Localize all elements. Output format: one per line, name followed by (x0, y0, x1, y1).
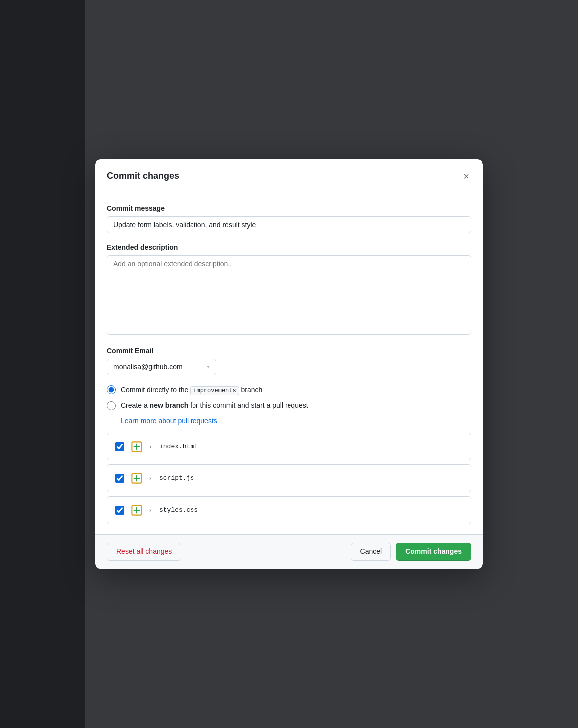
footer-right-actions: Cancel Commit changes (351, 543, 471, 561)
commit-message-group: Commit message (107, 204, 471, 233)
file-diff-icon-index-html (130, 440, 143, 453)
modal-header: Commit changes × (95, 159, 483, 192)
cancel-button[interactable]: Cancel (351, 543, 391, 561)
chevron-right-icon-script-js: › (149, 475, 151, 482)
modal-title: Commit changes (107, 171, 179, 181)
commit-changes-button[interactable]: Commit changes (396, 543, 471, 561)
radio-direct-input[interactable] (107, 385, 116, 394)
file-name-index-html: index.html (159, 443, 198, 450)
radio-direct-label: Commit directly to the improvements bran… (121, 385, 262, 395)
radio-new-branch-label: Create a new branch for this commit and … (121, 401, 308, 411)
extended-description-group: Extended description (107, 243, 471, 337)
commit-changes-modal: Commit changes × Commit message Extended… (95, 159, 483, 569)
chevron-right-icon-styles-css: › (149, 507, 151, 514)
file-checkbox-script-js[interactable] (115, 474, 124, 483)
radio-direct-option[interactable]: Commit directly to the improvements bran… (107, 385, 471, 395)
modal-footer: Reset all changes Cancel Commit changes (95, 534, 483, 569)
file-name-styles-css: styles.css (159, 506, 198, 514)
reset-all-changes-button[interactable]: Reset all changes (107, 543, 181, 561)
new-branch-bold: new branch (150, 401, 189, 409)
commit-email-group: Commit Email monalisa@github.com (107, 347, 471, 375)
file-item-styles-css: › styles.css (107, 496, 471, 524)
file-item-script-js: › script.js (107, 464, 471, 492)
commit-message-label: Commit message (107, 204, 471, 212)
chevron-right-icon-index-html: › (149, 443, 151, 450)
commit-email-select[interactable]: monalisa@github.com (107, 359, 216, 375)
file-item-index-html: › index.html (107, 433, 471, 460)
radio-new-branch-option[interactable]: Create a new branch for this commit and … (107, 401, 471, 411)
branch-name-code: improvements (190, 386, 239, 395)
branch-radio-group: Commit directly to the improvements bran… (107, 385, 471, 425)
commit-message-input[interactable] (107, 216, 471, 233)
extended-description-label: Extended description (107, 243, 471, 251)
close-button[interactable]: × (461, 169, 471, 183)
file-checkbox-index-html[interactable] (115, 442, 124, 451)
file-diff-icon-script-js (130, 472, 143, 485)
file-diff-icon-styles-css (130, 504, 143, 517)
pull-request-link[interactable]: Learn more about pull requests (121, 417, 471, 425)
file-checkbox-styles-css[interactable] (115, 506, 124, 515)
commit-email-label: Commit Email (107, 347, 471, 355)
modal-body: Commit message Extended description Comm… (95, 192, 483, 534)
file-name-script-js: script.js (159, 474, 194, 482)
extended-description-textarea[interactable] (107, 255, 471, 335)
file-list: › index.html › script.js (107, 433, 471, 524)
radio-new-branch-input[interactable] (107, 401, 116, 410)
